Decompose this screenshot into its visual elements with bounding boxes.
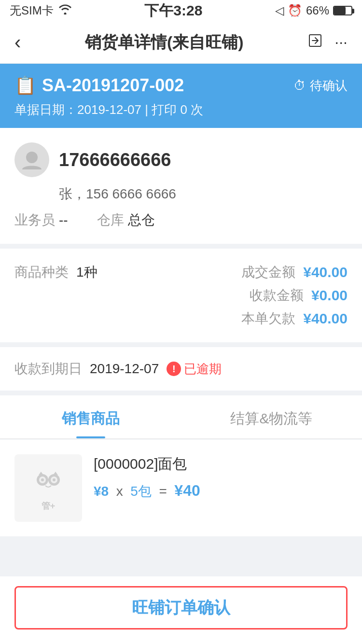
product-info: [0000002]面包 ¥8 x 5包 = ¥40 (94, 454, 348, 501)
tabs-section: 销售商品 结算&物流等 (0, 395, 362, 439)
product-image: 管+ (14, 454, 82, 522)
sales-value: -- (59, 212, 68, 228)
equals-symbol: = (155, 484, 171, 499)
direction-icon: ◁ (275, 4, 284, 17)
product-total: ¥40 (174, 482, 200, 499)
customer-row: 17666666666 (14, 142, 348, 177)
received-row: 收款金额 ¥0.00 (250, 286, 348, 305)
order-status: ⏱ 待确认 (293, 77, 348, 94)
overdue-icon: ! (167, 362, 181, 376)
product-qty: 5包 (130, 484, 152, 499)
battery-percent: 66% (306, 4, 329, 17)
product-section: 管+ [0000002]面包 ¥8 x 5包 = ¥40 (0, 440, 362, 536)
svg-point-6 (41, 478, 44, 481)
due-date-section: 收款到期日 2019-12-07 ! 已逾期 (0, 347, 362, 391)
order-icon: 📋 (14, 75, 36, 96)
customer-phone: 17666666666 (59, 150, 171, 170)
svg-point-1 (26, 152, 38, 163)
received-label: 收款金额 (250, 286, 304, 305)
nav-bar: ‹ 销货单详情(来自旺铺) ··· (0, 21, 362, 64)
product-price-row: ¥8 x 5包 = ¥40 (94, 482, 348, 501)
due-date-value: 2019-12-07 (90, 361, 159, 377)
customer-section: 17666666666 张，156 6666 6666 业务员 -- 仓库 总仓 (0, 128, 362, 244)
received-value: ¥0.00 (311, 287, 348, 304)
order-date: 单据日期：2019-12-07 | 打印 0 次 (14, 101, 348, 118)
multiply-symbol: x (112, 484, 127, 499)
owl-plus-text: 管+ (42, 500, 56, 512)
warehouse-meta: 仓库 总仓 (97, 211, 155, 229)
warehouse-value: 总仓 (128, 211, 155, 229)
order-id-row: 📋 SA-20191207-002 ⏱ 待确认 (14, 75, 348, 96)
amount-row: 成交金额 ¥40.00 (241, 263, 348, 281)
order-id: 📋 SA-20191207-002 (14, 75, 184, 96)
customer-name: 张，156 6666 6666 (14, 185, 348, 203)
clock-icon: ⏰ (288, 4, 302, 17)
warehouse-label: 仓库 (97, 211, 124, 229)
overdue-text: 已逾期 (184, 361, 222, 378)
product-type-value: 1种 (76, 263, 97, 281)
product-price: ¥8 (94, 484, 109, 499)
summary-right: 成交金额 ¥40.00 收款金额 ¥0.00 本单欠款 ¥40.00 (241, 263, 348, 328)
due-date-label: 收款到期日 (14, 360, 82, 378)
share-icon[interactable] (307, 33, 323, 52)
owed-label: 本单欠款 (241, 309, 295, 328)
product-name: [0000002]面包 (94, 454, 348, 474)
product-type-item: 商品种类 1种 (14, 263, 97, 281)
page-title: 销货单详情(来自旺铺) (85, 31, 244, 54)
product-item: 管+ [0000002]面包 ¥8 x 5包 = ¥40 (14, 454, 348, 522)
order-header: 📋 SA-20191207-002 ⏱ 待确认 单据日期：2019-12-07 … (0, 64, 362, 128)
summary-left: 商品种类 1种 (14, 263, 97, 281)
sales-meta: 业务员 -- (14, 211, 68, 229)
customer-meta: 业务员 -- 仓库 总仓 (14, 211, 348, 229)
status-left: 无SIM卡 (10, 3, 72, 18)
product-type-label: 商品种类 (14, 263, 69, 281)
overdue-badge: ! 已逾期 (167, 361, 222, 378)
summary-section: 商品种类 1种 成交金额 ¥40.00 收款金额 ¥0.00 本单欠款 ¥40.… (0, 249, 362, 342)
sales-label: 业务员 (14, 211, 55, 229)
tab-settlement[interactable]: 结算&物流等 (181, 395, 362, 438)
amount-label: 成交金额 (241, 263, 295, 281)
tab-sales-goods[interactable]: 销售商品 (0, 395, 181, 438)
status-clock-icon: ⏱ (293, 78, 306, 93)
owed-row: 本单欠款 ¥40.00 (241, 309, 348, 328)
owed-value: ¥40.00 (303, 310, 348, 327)
product-img-inner: 管+ (29, 464, 68, 512)
carrier-text: 无SIM卡 (10, 3, 54, 18)
amount-value: ¥40.00 (303, 264, 348, 280)
more-icon[interactable]: ··· (334, 33, 348, 51)
battery-icon (333, 6, 352, 15)
avatar (14, 142, 49, 177)
status-bar: 无SIM卡 下午3:28 ◁ ⏰ 66% (0, 0, 362, 21)
wifi-icon (58, 4, 72, 17)
status-time: 下午3:28 (144, 1, 202, 21)
svg-point-7 (53, 478, 56, 481)
bottom-button-wrap: 旺铺订单确认 (0, 576, 362, 644)
back-button[interactable]: ‹ (14, 31, 21, 53)
nav-actions: ··· (307, 33, 348, 52)
confirm-order-button[interactable]: 旺铺订单确认 (14, 586, 348, 630)
tab-underline (76, 436, 105, 438)
status-right: ◁ ⏰ 66% (275, 4, 352, 17)
